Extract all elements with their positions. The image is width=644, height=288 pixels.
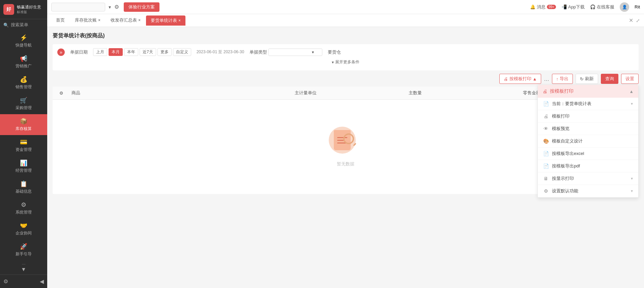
tab-receipt-label: 收发存汇总表: [111, 17, 137, 23]
dropdown-template-preview[interactable]: 👁 模板预览: [538, 123, 638, 135]
design-icon: 🎨: [543, 138, 549, 144]
dropdown-display-print[interactable]: 🖥 按显示打印 ▾: [538, 172, 638, 185]
query-button[interactable]: 查询: [601, 74, 618, 84]
default-icon: ⚙: [543, 188, 549, 194]
avatar[interactable]: 👤: [620, 2, 629, 12]
date-btn-this-year[interactable]: 本年: [124, 48, 138, 56]
sidebar-item-basic[interactable]: 📋 基础信息: [0, 177, 47, 198]
dropdown-current-item[interactable]: 📄 当前：要货单统计表 ▾: [538, 98, 638, 110]
topbar-search-input[interactable]: [51, 3, 105, 11]
current-icon: 📄: [543, 101, 549, 106]
chevron-up-icon: ▲: [533, 76, 537, 82]
print-template-button[interactable]: 🖨 按模板打印 ▲: [499, 74, 541, 84]
app-download-btn[interactable]: 📲 App下载: [561, 4, 585, 10]
dropdown-export-excel[interactable]: 📄 按模板导出excel: [538, 148, 638, 160]
sidebar-item-purchase[interactable]: 🛒 采购管理: [0, 93, 47, 114]
sidebar-item-label: 销售管理: [16, 84, 32, 90]
tabs-bar: 首页 库存批次账 × 收发存汇总表 × 要货单统计表 × ✕ ⤢: [47, 14, 644, 27]
sidebar-item-label: 系统管理: [16, 210, 32, 215]
experience-industry-button[interactable]: 体验行业方案: [124, 2, 159, 12]
topbar-gear-icon[interactable]: ⚙: [114, 4, 119, 10]
sidebar-item-operation[interactable]: 📊 经营管理: [0, 156, 47, 177]
sidebar-item-label: 快捷导航: [16, 42, 32, 48]
sidebar-item-marketing[interactable]: 📢 营销推广: [0, 52, 47, 72]
sidebar-settings-icon[interactable]: ⚙: [3, 278, 8, 285]
sidebar-item-sales[interactable]: 💰 销售管理: [0, 72, 47, 93]
print-template-label: 按模板打印: [509, 76, 531, 82]
date-btn-7days[interactable]: 近7天: [140, 48, 156, 56]
filter-row-1: » 单据日期 上月 本月 本年 近7天 更多 自定义 2023-06-01 至 …: [57, 48, 634, 56]
topbar: ▾ ⚙ 体验行业方案 🔔 消息 99+ 📲 App下载 🎧 在线客服 👤 Rit: [47, 0, 644, 14]
dropdown-template-design[interactable]: 🎨 模板自定义设计: [538, 135, 638, 148]
excel-icon: 📄: [543, 151, 549, 156]
tab-receipt-close[interactable]: ×: [138, 18, 141, 22]
main-area: ▾ ⚙ 体验行业方案 🔔 消息 99+ 📲 App下载 🎧 在线客服 👤 Rit: [47, 0, 644, 288]
export-label: 导出: [560, 76, 568, 82]
online-service-btn[interactable]: 🎧 在线客服: [590, 4, 614, 10]
page-title: 要货单统计表(按商品): [53, 32, 639, 39]
tab-batch-label: 库存批次账: [75, 17, 97, 23]
doc-type-select[interactable]: ▾: [268, 49, 322, 56]
tab-order-close[interactable]: ×: [178, 19, 181, 23]
tab-batch-close[interactable]: ×: [98, 18, 100, 22]
avatar-initial: 👤: [622, 5, 627, 9]
mobile-icon: 📲: [561, 4, 567, 9]
search-icon: 🔍: [3, 23, 9, 28]
operation-icon: 📊: [20, 159, 27, 167]
tab-order-summary[interactable]: 要货单统计表 ×: [146, 15, 185, 26]
topbar-dropdown-icon[interactable]: ▾: [109, 4, 111, 10]
sidebar-item-system[interactable]: ⚙ 系统管理: [0, 198, 47, 219]
chevron-up-icon: ▲: [629, 89, 634, 94]
sidebar-item-label: 经营管理: [16, 168, 32, 173]
date-btn-custom[interactable]: 自定义: [173, 48, 191, 56]
export-pdf-label: 按模板导出pdf: [552, 163, 580, 169]
sidebar-collapse-icon[interactable]: ◀: [40, 278, 44, 285]
date-btn-prev-month[interactable]: 上月: [93, 48, 107, 56]
sidebar-item-label: 营销推广: [16, 63, 32, 69]
tab-home[interactable]: 首页: [51, 15, 69, 26]
refresh-button[interactable]: ↻ 刷新: [576, 74, 598, 84]
sidebar-item-label: 采购管理: [16, 105, 32, 111]
print-dropdown: 🖨 按模板打印 ▲ 📄 当前：要货单统计表 ▾: [537, 85, 639, 198]
sidebar-nav: ⚡ 快捷导航 📢 营销推广 💰 销售管理 🛒 采购管理 📦 库存核算 💳 资金管…: [0, 31, 47, 264]
notification-btn[interactable]: 🔔 消息 99+: [530, 4, 556, 10]
filter-expand-button[interactable]: »: [57, 49, 65, 56]
collab-icon: 🤝: [20, 222, 27, 229]
th-unit: 主计量单位: [292, 87, 406, 99]
th-settings[interactable]: ⚙: [57, 87, 69, 99]
topbar-right: 🔔 消息 99+ 📲 App下载 🎧 在线客服 👤 Rit: [530, 2, 640, 12]
sidebar-bottom: ⚙ ◀: [0, 275, 47, 288]
tabs-close-all-icon[interactable]: ✕: [629, 17, 633, 24]
sidebar-item-appstore[interactable]: 📱 应用中心: [0, 260, 47, 264]
sidebar-item-collab[interactable]: 🤝 企业协同: [0, 219, 47, 239]
date-btn-more[interactable]: 更多: [157, 48, 172, 56]
tabs-expand-icon[interactable]: ⤢: [636, 18, 640, 23]
purchase-icon: 🛒: [20, 97, 27, 104]
printer-icon: 🖨: [504, 76, 508, 82]
sidebar-item-newguide[interactable]: 🚀 新手引导: [0, 239, 47, 260]
sidebar-item-label: 库存核算: [16, 126, 32, 132]
settings-button[interactable]: 设置: [621, 74, 639, 84]
dropdown-export-pdf[interactable]: 📄 按模板导出pdf: [538, 160, 638, 172]
date-btn-this-month[interactable]: 本月: [109, 48, 123, 56]
more-options-icon[interactable]: ...: [544, 75, 549, 83]
notification-badge: 99+: [547, 5, 556, 9]
expand-more-label: 展开更多条件: [335, 59, 359, 65]
dropdown-header: 🖨 按模板打印 ▲: [538, 85, 638, 98]
dropdown-set-default[interactable]: ⚙ 设置默认功能 ▾: [538, 185, 638, 197]
sidebar-item-label: 新手引导: [16, 251, 32, 257]
tab-batch[interactable]: 库存批次账 ×: [70, 15, 105, 26]
dropdown-template-print[interactable]: 🖨 模板打印: [538, 110, 638, 123]
export-button[interactable]: ↑ 导出: [552, 74, 573, 84]
tab-receipt-summary[interactable]: 收发存汇总表 ×: [106, 15, 145, 26]
notification-label: 消息: [537, 4, 546, 10]
expand-more-conditions-btn[interactable]: ▾ 展开更多条件: [57, 58, 634, 66]
sidebar-item-finance[interactable]: 💳 资金管理: [0, 135, 47, 156]
sidebar-item-inventory[interactable]: 📦 库存核算: [0, 114, 47, 135]
sidebar-item-quicknav[interactable]: ⚡ 快捷导航: [0, 31, 47, 52]
online-service-label: 在线客服: [597, 4, 614, 10]
search-menu-btn[interactable]: 🔍 搜索菜单: [0, 19, 47, 31]
dropdown-header-label: 按模板打印: [550, 88, 574, 94]
bell-icon: 🔔: [530, 4, 535, 9]
sidebar-scroll-down[interactable]: ▼: [0, 264, 47, 275]
